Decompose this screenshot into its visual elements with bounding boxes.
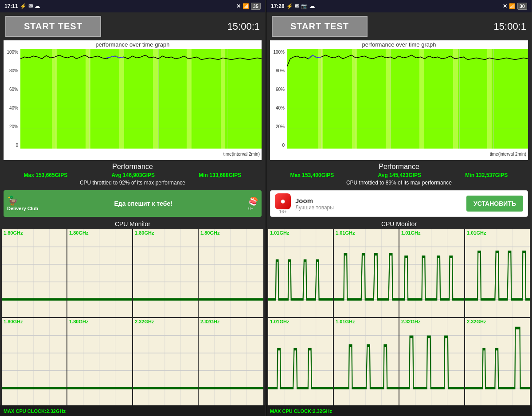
- cpu-footer-2: MAX CPU CLOCK:2.32GHz: [266, 405, 532, 416]
- cpu-freq2-2-1: 1.01GHz: [268, 318, 291, 325]
- svg-rect-0: [2, 229, 66, 317]
- cpu-graph2-2-4: [465, 318, 530, 406]
- ad-banner-1[interactable]: 🦆 Delivery Club Еда спешит к тебе! 🍣 0+: [4, 190, 262, 217]
- graph-line-1: [20, 49, 262, 149]
- y-label-40: 40%: [4, 106, 20, 110]
- top-bar-2: START TEST 15:00:1: [266, 12, 532, 40]
- perf-throttle-2: CPU throttled to 89% of its max performa…: [268, 180, 530, 186]
- perf-title-1: Performance: [2, 163, 263, 171]
- y-axis-1: 100% 80% 60% 40% 20% 0: [4, 49, 20, 149]
- cpu-freq-2-1: 1.80GHz: [2, 318, 24, 325]
- main-content-1: START TEST 15:00:1 performance over time…: [0, 12, 265, 416]
- svg-rect-40: [67, 318, 132, 406]
- y-label-60: 60%: [4, 87, 20, 92]
- phone-panel-2: 17:28 ⚡ ✉ 📷 ☁ ✕ 📶 30 START TEST 15:00:1 …: [266, 0, 532, 416]
- cpu-graph-1-3: [133, 229, 198, 317]
- cpu-cell-2-4: 2.32GHz: [199, 318, 263, 406]
- ad-logo-1: 🦆 Delivery Club: [7, 195, 38, 212]
- cpu-cell-2-3: 2.32GHz: [133, 318, 198, 406]
- cpu-monitor-title-2: CPU Monitor: [266, 219, 532, 229]
- cpu-graph-2-2: [67, 318, 132, 406]
- joom-name: Joom: [295, 197, 462, 204]
- joom-info: Joom Лучшие товары: [295, 197, 462, 211]
- y-label-20: 20%: [4, 124, 20, 129]
- cpu-max-clock-2: MAX CPU CLOCK:2.32GHz: [270, 408, 332, 414]
- cpu-cell-2-1: 1.80GHz: [2, 318, 66, 406]
- cpu-freq-1-4: 1.80GHz: [199, 229, 221, 236]
- status-left-1: 17:11 ⚡ ✉ ☁: [4, 3, 40, 9]
- svg-rect-16: [133, 229, 198, 317]
- battery-badge-1: 35: [251, 3, 261, 10]
- graph-inner-1: [20, 49, 262, 149]
- cpu-graph-2-1: [2, 318, 66, 406]
- cpu-cell2-2-2: 1.01GHz: [334, 318, 399, 406]
- cpu-monitor-1: CPU Monitor 1.80GHz: [0, 219, 265, 416]
- ad-banner-2[interactable]: ● 16+ Joom Лучшие товары УСТАНОВИТЬ: [270, 190, 528, 217]
- svg-rect-8: [67, 229, 132, 317]
- joom-install-button[interactable]: УСТАНОВИТЬ: [466, 196, 523, 212]
- graph-area-2: 100% 80% 60% 40% 20% 0: [270, 49, 528, 157]
- start-test-button-1[interactable]: START TEST: [5, 16, 101, 37]
- joom-icon: ●: [275, 193, 291, 209]
- graph-title-1: performance over time graph: [4, 40, 262, 49]
- graph-container-2: performance over time graph 100% 80% 60%…: [270, 40, 528, 160]
- perf-avg-2: Avg 145,423GIPS: [378, 172, 422, 178]
- status-time-2: 17:28: [271, 3, 285, 9]
- signal-icon-2: ⚡: [286, 3, 293, 9]
- cpu-cell-1-2: 1.80GHz: [67, 229, 132, 317]
- ad-joom-2[interactable]: ● 16+ Joom Лучшие товары УСТАНОВИТЬ: [270, 190, 528, 217]
- time-label-2: time(interval 2min): [490, 152, 526, 157]
- cpu-graph-2-3: [133, 318, 198, 406]
- svg-rect-56: [199, 318, 263, 406]
- perf-stats-2: Max 153,400GIPS Avg 145,423GIPS Min 132,…: [268, 172, 530, 178]
- cpu-freq2-1-3: 1.01GHz: [399, 229, 422, 236]
- cpu-freq2-2-2: 1.01GHz: [334, 318, 356, 325]
- y-label-100: 100%: [4, 50, 20, 55]
- graph-area-1: 100% 80% 60% 40% 20% 0: [4, 49, 262, 157]
- cpu-cell-1-1: 1.80GHz: [2, 229, 66, 317]
- cpu-cell2-2-3: 2.32GHz: [399, 318, 464, 406]
- cpu-grid-2: 1.01GHz 1.01GHz: [266, 229, 532, 405]
- perf-avg-1: Avg 146,903GIPS: [112, 172, 155, 178]
- perf-max-1: Max 153,665GIPS: [24, 172, 68, 178]
- graph-title-2: performance over time graph: [270, 40, 528, 49]
- cpu-monitor-2: CPU Monitor 1.01GHz: [266, 219, 532, 416]
- y-label-80: 80%: [4, 68, 20, 73]
- status-left-2: 17:28 ⚡ ✉ 📷 ☁: [271, 3, 315, 9]
- cpu-cell2-1-3: 1.01GHz: [399, 229, 464, 317]
- perf-title-2: Performance: [268, 163, 530, 171]
- y-label-0: 0: [4, 143, 20, 148]
- cpu-max-clock-1: MAX CPU CLOCK:2.32GHz: [4, 408, 66, 414]
- cpu-graph-1-4: [199, 229, 263, 317]
- time-label-1: time(interval 2min): [223, 152, 260, 157]
- perf-stats-1: Max 153,665GIPS Avg 146,903GIPS Min 133,…: [2, 172, 263, 178]
- cpu-cell2-2-4: 2.32GHz: [465, 318, 530, 406]
- cpu-graph2-2-1: [268, 318, 333, 406]
- graph-inner-2: [287, 49, 528, 149]
- ad-delivery-1[interactable]: 🦆 Delivery Club Еда спешит к тебе! 🍣 0+: [4, 190, 262, 217]
- y-label-80-2: 80%: [271, 68, 286, 73]
- status-time-1: 17:11: [4, 3, 18, 9]
- svg-rect-104: [334, 318, 399, 406]
- cpu-graph-2-4: [199, 318, 263, 406]
- joom-sub: Лучшие товары: [295, 204, 462, 211]
- cpu-freq-2-2: 1.80GHz: [67, 318, 90, 325]
- y-label-0-2: 0: [271, 143, 286, 148]
- svg-rect-48: [133, 318, 198, 406]
- close-icon-1: ✕: [236, 3, 241, 9]
- y-axis-2: 100% 80% 60% 40% 20% 0: [270, 49, 287, 149]
- cpu-graph2-1-1: [268, 229, 333, 317]
- start-test-button-2[interactable]: START TEST: [272, 16, 368, 37]
- cpu-cell2-1-2: 1.01GHz: [334, 229, 399, 317]
- cloud-icon-2: ☁: [309, 3, 315, 9]
- top-bar-1: START TEST 15:00:1: [0, 12, 265, 40]
- svg-rect-88: [465, 229, 530, 317]
- signal-icon-1: ⚡: [20, 3, 27, 9]
- cpu-footer-1: MAX CPU CLOCK:2.32GHz: [0, 405, 265, 416]
- close-icon-2: ✕: [503, 3, 507, 9]
- cpu-graph2-1-2: [334, 229, 399, 317]
- perf-throttle-1: CPU throttled to 92% of its max performa…: [2, 180, 263, 186]
- cpu-cell-1-3: 1.80GHz: [133, 229, 198, 317]
- phone-panel-1: 17:11 ⚡ ✉ ☁ ✕ 📶 35 START TEST 15:00:1 pe…: [0, 0, 266, 416]
- timer-1: 15:00:1: [227, 21, 260, 32]
